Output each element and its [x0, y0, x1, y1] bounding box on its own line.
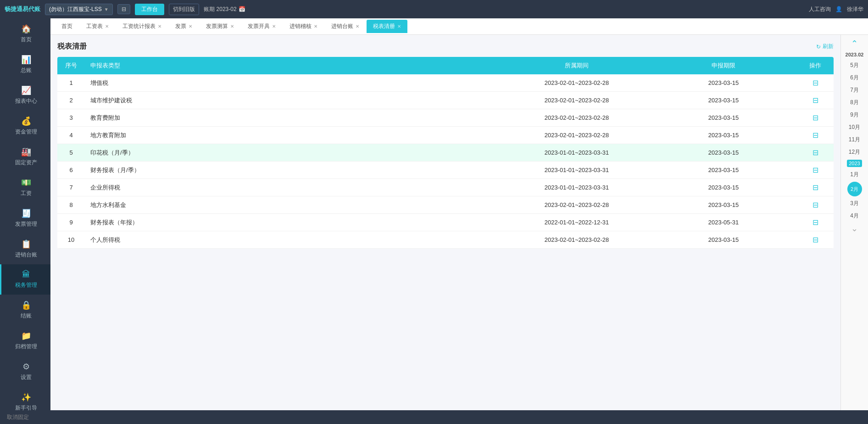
tab-label-salary_table: 工资表: [86, 22, 103, 30]
month-2月[interactable]: 2月: [847, 182, 862, 196]
cell-deadline: 2023-03-15: [650, 231, 797, 249]
cell-deadline: 2023-03-15: [650, 196, 797, 214]
action-icon[interactable]: ⊟: [812, 96, 818, 104]
month-1月[interactable]: 1月: [841, 168, 868, 181]
sidebar-item-tax[interactable]: 🏛税务管理: [0, 264, 50, 295]
tab-close-invoice[interactable]: ✕: [189, 24, 192, 29]
tab-close-purchase_check[interactable]: ✕: [314, 24, 317, 29]
month-11月[interactable]: 11月: [841, 134, 868, 146]
tab-close-invoice_calc[interactable]: ✕: [230, 24, 234, 29]
tab-label-purchase_ledger: 进销台账: [331, 22, 353, 30]
month-10月[interactable]: 10月: [841, 121, 868, 134]
month-8月[interactable]: 8月: [841, 96, 868, 109]
tab-invoice_calc[interactable]: 发票测算✕: [200, 20, 240, 33]
sidebar-item-salary[interactable]: 💵工资: [0, 172, 50, 203]
cell-period: 2023-02-01~2023-02-28: [503, 127, 650, 144]
col-period: 所属期间: [503, 57, 650, 74]
action-icon[interactable]: ⊟: [812, 149, 818, 156]
col-action: 操作: [797, 57, 834, 74]
sidebar-item-funds[interactable]: 💰资金管理: [0, 111, 50, 141]
month-6月[interactable]: 6月: [841, 72, 868, 84]
tab-home[interactable]: 首页: [55, 20, 79, 33]
refresh-button[interactable]: ↻ 刷新: [816, 43, 834, 50]
company-selector[interactable]: (勿动）江西服宝-LSS ▼: [45, 4, 113, 15]
sidebar-item-settings[interactable]: ⚙设置: [0, 356, 50, 387]
tab-salary_table[interactable]: 工资表✕: [80, 20, 115, 33]
sidebar-item-guide[interactable]: ✨新手引导: [0, 387, 50, 410]
cell-no: 7: [57, 179, 85, 196]
month-3月[interactable]: 3月: [841, 197, 868, 210]
year-badge[interactable]: 2023: [847, 160, 862, 167]
tab-purchase_ledger[interactable]: 进销台账✕: [325, 20, 366, 33]
sidebar-item-assets[interactable]: 🏭固定资产: [0, 141, 50, 172]
sidebar-item-ledger[interactable]: 📊总账: [0, 49, 50, 80]
sidebar-item-report[interactable]: 📈报表中心: [0, 80, 50, 111]
tab-close-salary_table[interactable]: ✕: [105, 24, 109, 29]
sidebar-label-archive: 归档管理: [15, 343, 37, 351]
cell-no: 3: [57, 109, 85, 127]
tab-close-invoice_open[interactable]: ✕: [272, 24, 276, 29]
cell-type: 地方水利基金: [85, 196, 503, 214]
sidebar-item-close[interactable]: 🔒结账: [0, 295, 50, 325]
table-row: 7 企业所得税 2023-01-01~2023-03-31 2023-03-15…: [57, 179, 834, 196]
tab-close-purchase_ledger[interactable]: ✕: [356, 24, 359, 29]
tab-purchase_check[interactable]: 进销稽核✕: [283, 20, 324, 33]
sidebar-icon-close: 🔒: [21, 300, 31, 310]
human-consult-link[interactable]: 人工咨询: [809, 6, 831, 13]
cell-action[interactable]: ⊟: [797, 162, 834, 179]
action-icon[interactable]: ⊟: [812, 201, 818, 209]
cell-deadline: 2023-03-15: [650, 179, 797, 196]
user-area: 人工咨询 👤 徐泽华: [809, 6, 863, 13]
action-icon[interactable]: ⊟: [812, 114, 818, 122]
month-12月[interactable]: 12月: [841, 146, 868, 158]
cell-action[interactable]: ⊟: [797, 109, 834, 127]
sidebar-icon-ledger: 📊: [21, 55, 31, 65]
sidebar-item-home[interactable]: 🏠首页: [0, 18, 50, 49]
cell-action[interactable]: ⊟: [797, 92, 834, 109]
sidebar-item-archive[interactable]: 📁归档管理: [0, 325, 50, 356]
nav-up-icon[interactable]: ⌃: [850, 37, 859, 50]
month-9月[interactable]: 9月: [841, 109, 868, 121]
sidebar-item-invoice[interactable]: 🧾发票管理: [0, 203, 50, 234]
cell-action[interactable]: ⊟: [797, 127, 834, 144]
nav-down-icon[interactable]: ⌄: [850, 222, 859, 235]
cell-action[interactable]: ⊟: [797, 179, 834, 196]
month-4月[interactable]: 4月: [841, 210, 868, 222]
month-7月[interactable]: 7月: [841, 84, 868, 96]
table-row: 4 地方教育附加 2023-02-01~2023-02-28 2023-03-1…: [57, 127, 834, 144]
tab-invoice[interactable]: 发票✕: [169, 20, 199, 33]
action-icon[interactable]: ⊟: [812, 166, 818, 174]
main-layout: 🏠首页📊总账📈报表中心💰资金管理🏭固定资产💵工资🧾发票管理📋进销台账🏛税务管理🔒…: [0, 18, 868, 410]
sidebar-label-salary: 工资: [21, 190, 32, 197]
table-row: 5 印花税（月/季） 2023-01-01~2023-03-31 2023-03…: [57, 144, 834, 162]
table-row: 3 教育费附加 2023-02-01~2023-02-28 2023-03-15…: [57, 109, 834, 127]
cell-action[interactable]: ⊟: [797, 74, 834, 92]
cell-action[interactable]: ⊟: [797, 214, 834, 231]
tab-close-salary_stat[interactable]: ✕: [158, 24, 161, 29]
cell-deadline: 2023-03-15: [650, 127, 797, 144]
cell-no: 8: [57, 196, 85, 214]
period-area: 账期 2023-02 📅: [204, 6, 245, 13]
col-deadline: 申报期限: [650, 57, 797, 74]
work-table-button[interactable]: 工作台: [135, 4, 164, 15]
action-icon[interactable]: ⊟: [812, 218, 818, 226]
tab-invoice_open[interactable]: 发票开具✕: [241, 20, 282, 33]
copy-icon-btn[interactable]: ⊟: [117, 4, 130, 14]
switch-old-button[interactable]: 切到旧版: [169, 4, 199, 15]
action-icon[interactable]: ⊟: [812, 131, 818, 139]
cell-action[interactable]: ⊟: [797, 231, 834, 249]
calendar-icon[interactable]: 📅: [239, 6, 245, 12]
sidebar-item-sales[interactable]: 📋进销台账: [0, 234, 50, 264]
cancel-fixed-button[interactable]: 取消固定: [7, 413, 29, 421]
action-icon[interactable]: ⊟: [812, 79, 818, 87]
cell-action[interactable]: ⊟: [797, 196, 834, 214]
cell-action[interactable]: ⊟: [797, 144, 834, 162]
action-icon[interactable]: ⊟: [812, 184, 818, 191]
month-5月[interactable]: 5月: [841, 59, 868, 72]
tab-salary_stat[interactable]: 工资统计报表✕: [116, 20, 168, 33]
tab-tax_register[interactable]: 税表清册✕: [367, 20, 407, 33]
tab-close-tax_register[interactable]: ✕: [397, 24, 401, 29]
cell-period: 2023-02-01~2023-02-28: [503, 109, 650, 127]
bottom-bar: 取消固定: [0, 410, 868, 424]
action-icon[interactable]: ⊟: [812, 236, 818, 244]
